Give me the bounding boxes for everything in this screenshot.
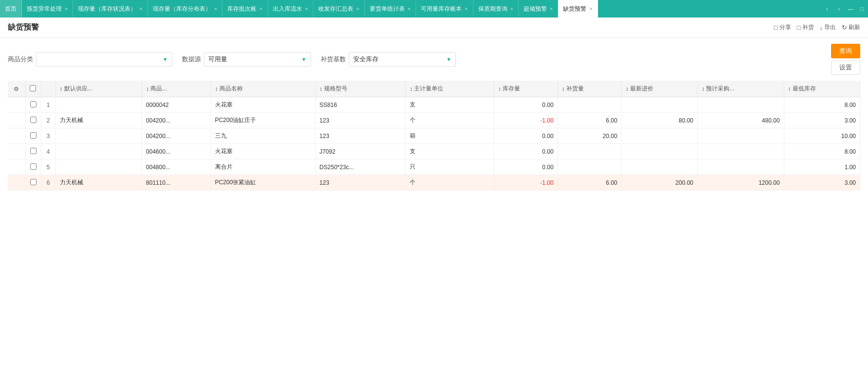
tab-abnormal[interactable]: 拣货异常处理× bbox=[22, 0, 73, 18]
row-checkbox-cell[interactable] bbox=[25, 159, 41, 175]
settings-column-header[interactable]: ⚙ bbox=[8, 81, 25, 97]
row-latest-price-cell: 200.00 bbox=[621, 175, 697, 191]
select-all-checkbox[interactable] bbox=[30, 85, 36, 91]
tab-close-abnormal[interactable]: × bbox=[65, 6, 68, 12]
row-num-cell: 2 bbox=[41, 113, 55, 128]
settings-button[interactable]: 设置 bbox=[831, 60, 860, 75]
tab-maximize-btn[interactable]: □ bbox=[856, 0, 868, 18]
product-code-column-header[interactable]: ↕ 商品... bbox=[142, 81, 211, 97]
page-content: 缺货预警 □ 分享 □ 补货 ↓ 导出 ↻ 刷新 商品分类 bbox=[0, 18, 868, 387]
export-label: 导出 bbox=[824, 23, 836, 32]
tab-order-stat[interactable]: 要货单统计表× bbox=[365, 0, 416, 18]
row-replenish-qty-cell bbox=[558, 159, 621, 175]
tab-available[interactable]: 可用量库存账本× bbox=[416, 0, 473, 18]
row-checkbox-4[interactable] bbox=[30, 163, 36, 170]
tab-close-shortage[interactable]: × bbox=[589, 6, 592, 12]
row-checkbox-cell[interactable] bbox=[25, 175, 41, 191]
latest-price-column-header[interactable]: ↕ 最新进价 bbox=[621, 81, 697, 97]
tab-shortage[interactable]: 缺货预警× bbox=[558, 0, 597, 18]
unit-column-header[interactable]: ↕ 主计量单位 bbox=[405, 81, 494, 97]
row-checkbox-5[interactable] bbox=[30, 179, 36, 185]
rownum-column-header bbox=[41, 81, 55, 97]
row-replenish-qty-cell bbox=[558, 144, 621, 159]
tab-label-flow: 出入库流水 bbox=[273, 5, 302, 13]
row-checkbox-1[interactable] bbox=[30, 117, 36, 123]
table-row: 4 004600... 火花塞 J7092 支 0.00 8.00 bbox=[8, 144, 860, 159]
row-checkbox-cell[interactable] bbox=[25, 128, 41, 144]
row-latest-price-cell bbox=[621, 97, 697, 113]
min-stock-column-header[interactable]: ↕ 最低库存 bbox=[784, 81, 860, 97]
tab-expiry[interactable]: 保质期查询× bbox=[473, 0, 519, 18]
refresh-action[interactable]: ↻ 刷新 bbox=[842, 23, 860, 32]
row-stock-qty-cell: -1.00 bbox=[494, 175, 558, 191]
replenish-qty-column-header[interactable]: ↕ 补货量 bbox=[558, 81, 621, 97]
stock-qty-column-header[interactable]: ↕ 库存量 bbox=[494, 81, 558, 97]
row-product-name-cell: 离合片 bbox=[211, 159, 315, 175]
replenish-action[interactable]: □ 补货 bbox=[797, 23, 814, 32]
checkbox-column-header bbox=[25, 81, 41, 97]
tab-close-stock-status[interactable]: × bbox=[139, 6, 142, 12]
tab-close-order-stat[interactable]: × bbox=[408, 6, 411, 12]
tab-close-stock-dist[interactable]: × bbox=[214, 6, 217, 12]
estimated-purchase-column-header[interactable]: ↕ 预计采购... bbox=[698, 81, 784, 97]
row-estimated-purchase-cell bbox=[698, 144, 784, 159]
datasource-label: 数据源 bbox=[182, 55, 201, 64]
tab-label-overstock: 超储预警 bbox=[524, 5, 547, 13]
row-supplier-cell bbox=[55, 97, 142, 113]
row-latest-price-cell bbox=[621, 128, 697, 144]
share-label: 分享 bbox=[779, 23, 791, 32]
row-num-cell: 5 bbox=[41, 159, 55, 175]
table-header-row: ⚙ ↕ 默认供应... ↕ 商 bbox=[8, 81, 860, 97]
row-checkbox-cell[interactable] bbox=[25, 97, 41, 113]
row-min-stock-cell: 1.00 bbox=[784, 159, 860, 175]
tab-label-shortage: 缺货预警 bbox=[563, 5, 586, 13]
row-unit-cell: 箱 bbox=[405, 128, 494, 144]
row-settings-cell bbox=[8, 175, 25, 191]
tab-minimize-btn[interactable]: — bbox=[845, 0, 856, 18]
row-supplier-cell: 力天机械 bbox=[55, 113, 142, 128]
row-checkbox-2[interactable] bbox=[30, 132, 36, 139]
export-icon: ↓ bbox=[820, 24, 823, 31]
spec-column-header[interactable]: ↕ 规格型号 bbox=[315, 81, 405, 97]
row-checkbox-cell[interactable] bbox=[25, 113, 41, 128]
row-settings-cell bbox=[8, 128, 25, 144]
tab-close-available[interactable]: × bbox=[465, 6, 468, 12]
row-unit-cell: 个 bbox=[405, 113, 494, 128]
row-supplier-cell bbox=[55, 144, 142, 159]
datasource-select[interactable]: 可用量 ▼ bbox=[204, 52, 311, 67]
tab-prev-btn[interactable]: ‹ bbox=[821, 0, 833, 18]
supplier-column-header[interactable]: ↕ 默认供应... bbox=[55, 81, 142, 97]
row-stock-qty-cell: 0.00 bbox=[494, 144, 558, 159]
tab-label-collect: 收发存汇总表 bbox=[318, 5, 353, 13]
row-checkbox-cell[interactable] bbox=[25, 144, 41, 159]
tab-flow[interactable]: 出入库流水× bbox=[268, 0, 313, 18]
tab-label-available: 可用量库存账本 bbox=[421, 5, 462, 13]
tab-stock-dist[interactable]: 现存量（库存分布表）× bbox=[148, 0, 222, 18]
tab-close-batch[interactable]: × bbox=[259, 6, 262, 12]
row-min-stock-cell: 8.00 bbox=[784, 144, 860, 159]
table-row: 1 0000042 火花塞 SS816 支 0.00 8.00 bbox=[8, 97, 860, 113]
basis-select[interactable]: 安全库存 ▼ bbox=[349, 52, 456, 67]
basis-label: 补货基数 bbox=[321, 55, 346, 64]
query-button[interactable]: 查询 bbox=[831, 44, 860, 58]
row-settings-cell bbox=[8, 113, 25, 128]
tab-close-collect[interactable]: × bbox=[356, 6, 359, 12]
tab-next-btn[interactable]: › bbox=[833, 0, 845, 18]
tab-close-flow[interactable]: × bbox=[305, 6, 308, 12]
export-action[interactable]: ↓ 导出 bbox=[820, 23, 836, 32]
tab-close-expiry[interactable]: × bbox=[510, 6, 513, 12]
category-select[interactable]: ▼ bbox=[36, 52, 172, 67]
tab-overstock[interactable]: 超储预警× bbox=[519, 0, 558, 18]
row-min-stock-cell: 10.00 bbox=[784, 128, 860, 144]
tab-close-overstock[interactable]: × bbox=[550, 6, 553, 12]
tab-home[interactable]: 首页 bbox=[0, 0, 22, 18]
share-action[interactable]: □ 分享 bbox=[774, 23, 791, 32]
tab-batch[interactable]: 库存批次账× bbox=[222, 0, 268, 18]
row-replenish-qty-cell: 6.00 bbox=[558, 175, 621, 191]
row-checkbox-3[interactable] bbox=[30, 148, 36, 154]
table-row: 2 力天机械 004200... PC200油缸庄子 123 个 -1.00 6… bbox=[8, 113, 860, 128]
row-checkbox-0[interactable] bbox=[30, 101, 36, 107]
tab-collect[interactable]: 收发存汇总表× bbox=[313, 0, 364, 18]
product-name-column-header[interactable]: ↕ 商品名称 bbox=[211, 81, 315, 97]
tab-stock-status[interactable]: 现存量（库存状况表）× bbox=[73, 0, 147, 18]
